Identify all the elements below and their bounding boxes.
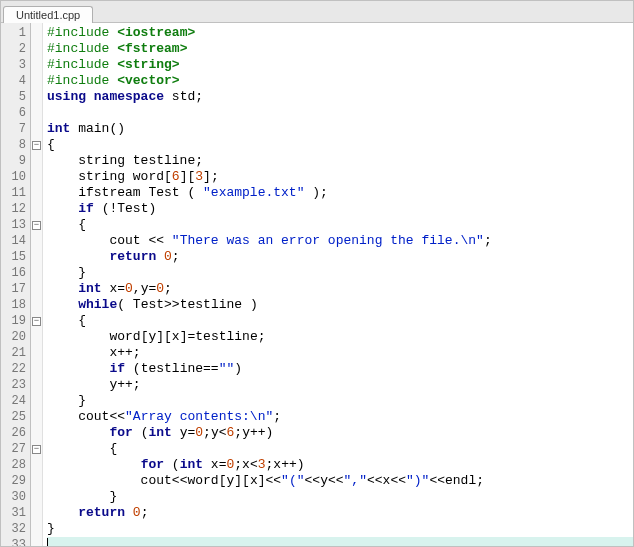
code-token: return: [109, 249, 156, 264]
code-token: int: [78, 281, 101, 296]
code-line[interactable]: for (int y=0;y<6;y++): [47, 425, 633, 441]
code-line[interactable]: #include <fstream>: [47, 41, 633, 57]
code-line[interactable]: string word[6][3];: [47, 169, 633, 185]
code-token: ++;: [117, 377, 140, 392]
code-token: ;: [195, 153, 203, 168]
fold-cell[interactable]: −: [31, 137, 42, 153]
code-token: ];: [203, 169, 219, 184]
fold-minus-icon[interactable]: −: [32, 445, 41, 454]
code-token: ;: [164, 281, 172, 296]
code-line[interactable]: using namespace std;: [47, 89, 633, 105]
code-line[interactable]: {: [47, 441, 633, 457]
code-token: }: [47, 521, 55, 536]
code-token: <<: [109, 409, 125, 424]
line-number: 14: [1, 233, 30, 249]
code-line[interactable]: x++;: [47, 345, 633, 361]
line-number: 30: [1, 489, 30, 505]
code-line[interactable]: {: [47, 313, 633, 329]
code-token: ][: [180, 169, 196, 184]
code-line[interactable]: cout<<word[y][x]<<"("<<y<<","<<x<<")"<<e…: [47, 473, 633, 489]
fold-cell: [31, 505, 42, 521]
fold-cell[interactable]: −: [31, 217, 42, 233]
code-token: x: [172, 329, 180, 344]
code-line[interactable]: int x=0,y=0;: [47, 281, 633, 297]
code-token: x: [203, 457, 219, 472]
fold-minus-icon[interactable]: −: [32, 141, 41, 150]
code-token: y: [47, 377, 117, 392]
code-token: #include: [47, 73, 117, 88]
fold-cell: [31, 185, 42, 201]
code-line[interactable]: if (testline==""): [47, 361, 633, 377]
code-line[interactable]: return 0;: [47, 249, 633, 265]
code-line[interactable]: }: [47, 489, 633, 505]
code-token: ",": [344, 473, 367, 488]
code-line[interactable]: return 0;: [47, 505, 633, 521]
code-token: <<: [148, 233, 171, 248]
code-token: std: [164, 89, 195, 104]
code-line[interactable]: y++;: [47, 377, 633, 393]
file-tab[interactable]: Untitled1.cpp: [3, 6, 93, 23]
code-line[interactable]: }: [47, 265, 633, 281]
code-token: }: [47, 265, 86, 280]
code-token: [47, 425, 109, 440]
code-line[interactable]: if (!Test): [47, 201, 633, 217]
code-line[interactable]: [47, 537, 633, 546]
code-token: if: [109, 361, 125, 376]
code-token: int: [148, 425, 171, 440]
code-line[interactable]: }: [47, 393, 633, 409]
code-editor[interactable]: 1234567891011121314151617181920212223242…: [1, 23, 633, 546]
code-token: cout: [47, 233, 148, 248]
fold-cell: [31, 425, 42, 441]
code-line[interactable]: cout << "There was an error opening the …: [47, 233, 633, 249]
code-line[interactable]: }: [47, 521, 633, 537]
code-token: (: [187, 185, 203, 200]
code-line[interactable]: #include <iostream>: [47, 25, 633, 41]
code-area[interactable]: #include <iostream>#include <fstream>#in…: [43, 23, 633, 546]
code-line[interactable]: #include <vector>: [47, 73, 633, 89]
fold-cell: [31, 41, 42, 57]
code-token: (): [109, 121, 125, 136]
code-token: <fstream>: [117, 41, 187, 56]
code-line[interactable]: string testline;: [47, 153, 633, 169]
code-token: 6: [172, 169, 180, 184]
code-line[interactable]: int main(): [47, 121, 633, 137]
line-number-gutter: 1234567891011121314151617181920212223242…: [1, 23, 31, 546]
code-token: 0: [156, 281, 164, 296]
line-number: 7: [1, 121, 30, 137]
code-token: ")": [406, 473, 429, 488]
code-token: <string>: [117, 57, 179, 72]
line-number: 19: [1, 313, 30, 329]
code-token: <: [219, 425, 227, 440]
fold-minus-icon[interactable]: −: [32, 221, 41, 230]
code-token: if: [78, 201, 94, 216]
code-line[interactable]: while( Test>>testline ): [47, 297, 633, 313]
code-token: <vector>: [117, 73, 179, 88]
fold-cell: [31, 265, 42, 281]
code-line[interactable]: {: [47, 137, 633, 153]
fold-cell[interactable]: −: [31, 441, 42, 457]
fold-cell: [31, 201, 42, 217]
line-number: 8: [1, 137, 30, 153]
code-line[interactable]: [47, 105, 633, 121]
code-line[interactable]: ifstream Test ( "example.txt" );: [47, 185, 633, 201]
code-line[interactable]: #include <string>: [47, 57, 633, 73]
code-token: ;: [484, 233, 492, 248]
code-token: ;: [172, 249, 180, 264]
code-token: while: [78, 297, 117, 312]
code-line[interactable]: cout<<"Array contents:\n";: [47, 409, 633, 425]
code-token: cout: [47, 409, 109, 424]
code-token: (: [133, 425, 149, 440]
code-token: ;: [234, 457, 242, 472]
fold-cell[interactable]: −: [31, 313, 42, 329]
code-line[interactable]: word[y][x]=testline;: [47, 329, 633, 345]
code-token: (: [164, 457, 180, 472]
code-token: ,: [133, 281, 141, 296]
fold-minus-icon[interactable]: −: [32, 317, 41, 326]
code-token: testline: [180, 297, 242, 312]
code-token: "example.txt": [203, 185, 304, 200]
code-token: x: [273, 457, 281, 472]
code-line[interactable]: for (int x=0;x<3;x++): [47, 457, 633, 473]
code-token: 0: [195, 425, 203, 440]
code-token: int: [180, 457, 203, 472]
code-line[interactable]: {: [47, 217, 633, 233]
